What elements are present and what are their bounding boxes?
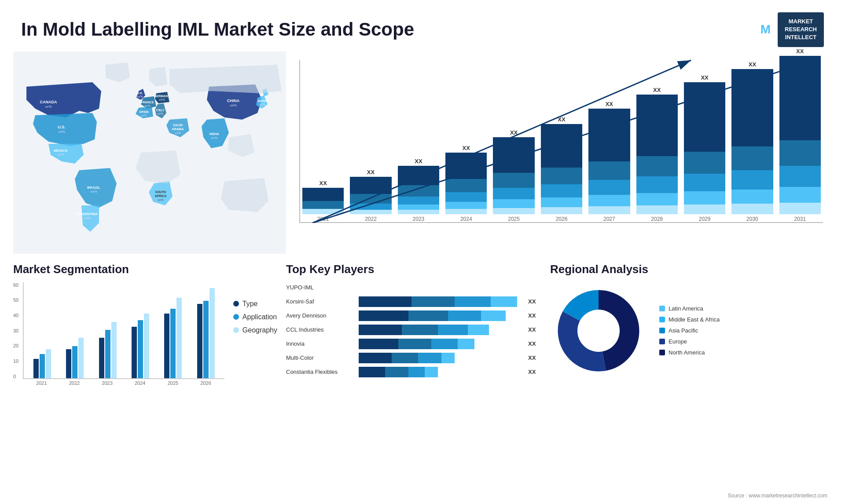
svg-text:xx%: xx% [58,130,65,134]
players-section: Top Key Players YUPO-IML Korsini-Saf XX [286,263,541,503]
seg-geo-bar [46,349,51,378]
legend-mea-label: Middle East & Africa [669,316,720,323]
bar-2024: XX 2024 [445,145,487,222]
legend-northamerica: North America [659,349,720,356]
legend-europe: Europe [659,338,720,345]
seg-type-bar [33,359,39,378]
svg-text:xx%: xx% [137,95,143,98]
world-map: CANADA xx% U.S. xx% MEXICO xx% BRAZIL xx… [13,51,286,254]
legend-europe-label: Europe [669,338,687,345]
seg-bar-2024 [125,314,155,378]
svg-text:xx%: xx% [259,103,265,106]
player-row-korsini: Korsini-Saf XX [286,296,541,307]
seg-geo-label: Geography [242,326,277,334]
player-row-constantia: Constantia Flexibles XX [286,367,541,377]
svg-text:ITALY: ITALY [156,109,164,112]
regional-legend: Latin America Middle East & Africa Asia … [659,305,720,356]
segmentation-title: Market Segmentation [13,263,277,276]
player-row-innovia: Innovia XX [286,339,541,349]
seg-app-bar [40,354,45,378]
bar-2021: XX 2021 [302,180,344,222]
legend-mea: Middle East & Africa [659,316,720,323]
svg-text:U.S.: U.S. [58,125,66,129]
player-row-avery: Avery Dennison XX [286,310,541,321]
donut-svg [550,282,647,379]
svg-text:xx%: xx% [84,216,90,220]
seg-legend-type: Type [233,300,277,308]
seg-bar-2025 [158,298,188,378]
logo: M MARKETRESEARCHINTELLECT [760,12,824,47]
seg-legend-app: Application [233,313,277,321]
seg-bar-2022 [60,338,90,378]
svg-text:xx%: xx% [159,98,165,101]
svg-text:AFRICA: AFRICA [155,194,166,197]
svg-text:ARGENTINA: ARGENTINA [77,212,98,216]
seg-bar-2026 [191,288,221,378]
svg-text:xx%: xx% [157,112,163,115]
svg-text:xx%: xx% [230,103,236,107]
player-row-yupo: YUPO-IML [286,282,541,293]
svg-text:JAPAN: JAPAN [257,99,267,102]
seg-bar-2023 [93,322,123,378]
svg-point-41 [577,310,620,352]
page-title: In Mold Labelling IML Market Size and Sc… [21,19,414,40]
bar-2029: XX 2029 [684,74,725,222]
regional-title: Regional Analysis [550,263,827,276]
svg-text:ARABIA: ARABIA [172,128,184,131]
legend-northamerica-label: North America [669,349,705,356]
svg-text:xx%: xx% [175,131,180,135]
svg-text:xx%: xx% [158,198,163,201]
legend-asia: Asia Pacific [659,327,720,334]
svg-text:CANADA: CANADA [40,100,57,104]
bar-2027: XX 2027 [588,101,630,222]
donut-chart-area: Latin America Middle East & Africa Asia … [550,282,827,379]
legend-latin-label: Latin America [669,305,703,312]
svg-text:xx%: xx% [211,136,217,140]
svg-text:FRANCE: FRANCE [141,101,154,104]
player-row-ccl: CCL Industries XX [286,325,541,335]
svg-text:INDIA: INDIA [209,132,219,136]
bar-chart: XX 2021 XX [295,51,827,241]
player-row-multicolor: Multi-Color XX [286,353,541,363]
header: In Mold Labelling IML Market Size and Sc… [0,0,845,51]
segmentation-section: Market Segmentation 60 50 40 30 20 10 0 [13,263,277,503]
svg-text:SPAIN: SPAIN [140,110,149,113]
bar-2028: XX 2028 [636,87,678,222]
legend-latin: Latin America [659,305,720,312]
svg-text:xx%: xx% [144,104,150,107]
svg-text:GERMANY: GERMANY [154,95,170,98]
bar-2025: XX 2025 [493,129,534,222]
seg-type-label: Type [242,300,258,308]
logo-letter: M [760,22,771,37]
growth-chart-section: XX 2021 XX [295,51,827,258]
legend-asia-label: Asia Pacific [669,327,698,334]
seg-app-label: Application [242,313,277,321]
map-svg: CANADA xx% U.S. xx% MEXICO xx% BRAZIL xx… [13,51,286,254]
svg-text:U.K.: U.K. [137,91,143,95]
players-title: Top Key Players [286,263,541,276]
svg-text:BRAZIL: BRAZIL [87,186,100,190]
svg-text:xx%: xx% [45,105,51,109]
svg-text:SAUDI: SAUDI [173,124,183,127]
logo-line1: MARKETRESEARCHINTELLECT [785,18,817,40]
bar-2023: XX 2023 [398,158,439,222]
svg-text:SOUTH: SOUTH [155,190,166,194]
bar-2031: XX 2031 [779,48,821,222]
svg-text:CHINA: CHINA [227,99,240,103]
regional-section: Regional Analysis Latin America [550,263,827,503]
svg-text:xx%: xx% [141,114,147,117]
players-chart: YUPO-IML Korsini-Saf XX Avery Dennison [286,282,541,377]
bar-2030: XX 2030 [731,61,773,222]
svg-text:xx%: xx% [57,153,64,157]
seg-bar-2021 [27,349,57,378]
svg-text:MEXICO: MEXICO [54,149,68,153]
bar-2022: XX 2022 [350,169,391,222]
bar-2026: XX 2026 [541,116,582,222]
seg-legend-geo: Geography [233,326,277,334]
seg-legend: Type Application Geography [233,300,277,334]
source-text: Source : www.marketresearchintellect.com [727,493,827,499]
svg-text:xx%: xx% [90,190,97,194]
logo-text: MARKETRESEARCHINTELLECT [778,12,824,47]
